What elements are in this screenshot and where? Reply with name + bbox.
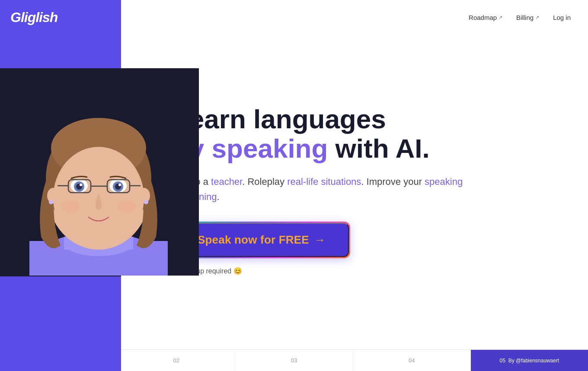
- svg-point-23: [61, 200, 80, 212]
- avatar-image: [0, 68, 199, 276]
- bottom-item-03: 03: [235, 350, 353, 371]
- cta-arrow-icon: →: [314, 233, 326, 247]
- login-link[interactable]: Log in: [553, 14, 571, 21]
- logo-area: Gliglish: [0, 0, 121, 35]
- header: Gliglish Roadmap ↗ Billing ↗ Log in: [0, 0, 588, 35]
- subtext-part3: . Improve your: [361, 176, 425, 187]
- cta-button-outer: Speak now for FREE →: [173, 222, 350, 258]
- roadmap-link[interactable]: Roadmap ↗: [469, 14, 502, 21]
- subtext-teacher: teacher: [211, 176, 242, 187]
- subheadline: Talk to a teacher. Roleplay real-life si…: [173, 174, 467, 204]
- cta-button[interactable]: Speak now for FREE →: [174, 223, 349, 257]
- cta-label: Speak now for FREE: [198, 233, 309, 247]
- svg-point-25: [47, 188, 59, 203]
- svg-point-24: [117, 200, 136, 212]
- no-signup-text: No signup required 😊: [173, 267, 467, 275]
- svg-point-26: [138, 188, 150, 203]
- subtext-part2: . Roleplay: [242, 176, 287, 187]
- headline-line1: Learn languages: [173, 104, 386, 134]
- cta-wrapper: Speak now for FREE →: [173, 222, 467, 258]
- attribution-text: By @fabiensnauwaert: [508, 358, 559, 364]
- subtext-situations: real-life situations: [287, 176, 361, 187]
- billing-link[interactable]: Billing ↗: [516, 14, 539, 21]
- roadmap-label: Roadmap: [469, 14, 497, 21]
- billing-label: Billing: [516, 14, 534, 21]
- bottom-item-04: 04: [353, 350, 471, 371]
- svg-point-27: [49, 200, 53, 204]
- logo-text[interactable]: Gliglish: [10, 10, 58, 25]
- avatar-svg: [0, 68, 199, 276]
- svg-point-13: [80, 184, 82, 186]
- hero-text: Learn languages by speaking with AI. Tal…: [173, 105, 467, 275]
- subtext-part4: .: [217, 191, 220, 202]
- bottom-item-02: 02: [118, 350, 235, 371]
- svg-point-17: [118, 184, 121, 186]
- bottom-item-05-attribution: 05 By @fabiensnauwaert: [471, 350, 588, 371]
- svg-point-28: [144, 200, 148, 204]
- avatar-container: [0, 68, 199, 276]
- left-panel-bottom: [0, 276, 121, 371]
- headline-with-ai: with AI.: [328, 133, 429, 163]
- bottom-item-05-num: 05: [500, 358, 505, 364]
- billing-external-icon: ↗: [535, 15, 539, 20]
- roadmap-external-icon: ↗: [499, 15, 502, 20]
- nav-links: Roadmap ↗ Billing ↗ Log in: [469, 14, 588, 21]
- headline: Learn languages by speaking with AI.: [173, 105, 467, 163]
